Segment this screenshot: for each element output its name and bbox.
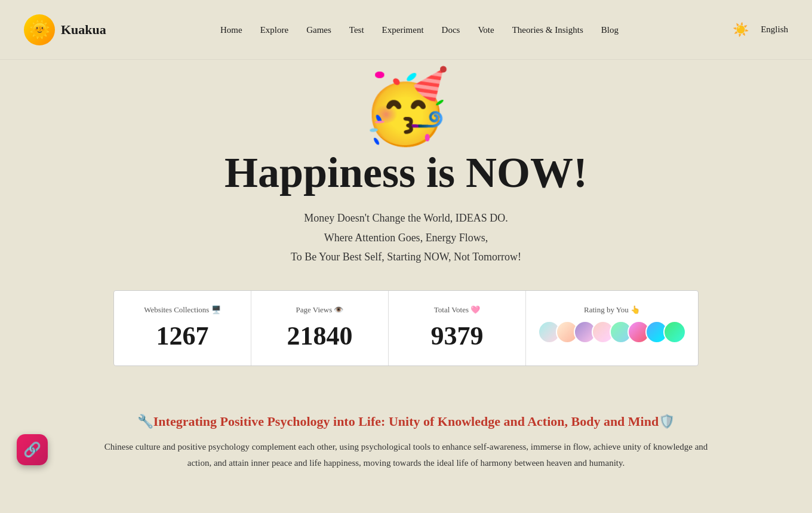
stat-votes-label: Total Votes 🩷 bbox=[401, 305, 513, 315]
stat-rating-label: Rating by You 👆 bbox=[538, 305, 686, 315]
nav-experiment[interactable]: Experiment bbox=[382, 25, 424, 35]
nav-right: ☀️ English bbox=[733, 22, 788, 38]
hero-subtitle: Money Doesn't Change the World, IDEAS DO… bbox=[291, 208, 521, 266]
nav-docs[interactable]: Docs bbox=[442, 25, 460, 35]
bottom-section: 🔧Integrating Positive Psychology into Li… bbox=[78, 414, 734, 495]
theme-toggle-icon[interactable]: ☀️ bbox=[733, 22, 749, 38]
hero-section: 🥳 Happiness is NOW! Money Doesn't Change… bbox=[0, 60, 812, 414]
nav-blog[interactable]: Blog bbox=[601, 25, 619, 35]
stat-rating: Rating by You 👆 bbox=[526, 291, 698, 365]
stat-websites-value: 1267 bbox=[126, 321, 239, 351]
hero-emoji: 🥳 bbox=[361, 72, 451, 143]
logo-text: Kuakua bbox=[61, 22, 106, 38]
nav-vote[interactable]: Vote bbox=[478, 25, 494, 35]
stat-votes: Total Votes 🩷 9379 bbox=[389, 291, 526, 365]
nav-explore[interactable]: Explore bbox=[260, 25, 288, 35]
link-icon: 🔗 bbox=[23, 441, 41, 458]
stat-websites-label: Websites Collections 🖥️ bbox=[126, 305, 239, 315]
stat-pageviews: Page Views 👁️ 21840 bbox=[251, 291, 389, 365]
integrating-title: 🔧Integrating Positive Psychology into Li… bbox=[102, 414, 710, 429]
logo-icon: 🌞 bbox=[24, 14, 55, 45]
nav-theories[interactable]: Theories & Insights bbox=[512, 25, 583, 35]
nav-test[interactable]: Test bbox=[349, 25, 364, 35]
nav-home[interactable]: Home bbox=[220, 25, 242, 35]
stat-votes-value: 9379 bbox=[401, 321, 513, 351]
float-button[interactable]: 🔗 bbox=[17, 434, 48, 465]
integrating-description: Chinese culture and positive psychology … bbox=[102, 439, 710, 471]
nav-games[interactable]: Games bbox=[306, 25, 331, 35]
navbar: 🌞 Kuakua Home Explore Games Test Experim… bbox=[0, 0, 812, 60]
logo-link[interactable]: 🌞 Kuakua bbox=[24, 14, 106, 45]
hero-title: Happiness is NOW! bbox=[224, 149, 588, 196]
nav-links: Home Explore Games Test Experiment Docs … bbox=[220, 24, 619, 35]
stat-pageviews-label: Page Views 👁️ bbox=[263, 305, 376, 315]
stat-websites: Websites Collections 🖥️ 1267 bbox=[114, 291, 251, 365]
stats-row: Websites Collections 🖥️ 1267 Page Views … bbox=[113, 290, 699, 366]
stat-pageviews-value: 21840 bbox=[263, 321, 376, 351]
language-button[interactable]: English bbox=[761, 24, 788, 35]
avatar-group bbox=[538, 321, 686, 343]
avatar-8 bbox=[663, 321, 686, 343]
